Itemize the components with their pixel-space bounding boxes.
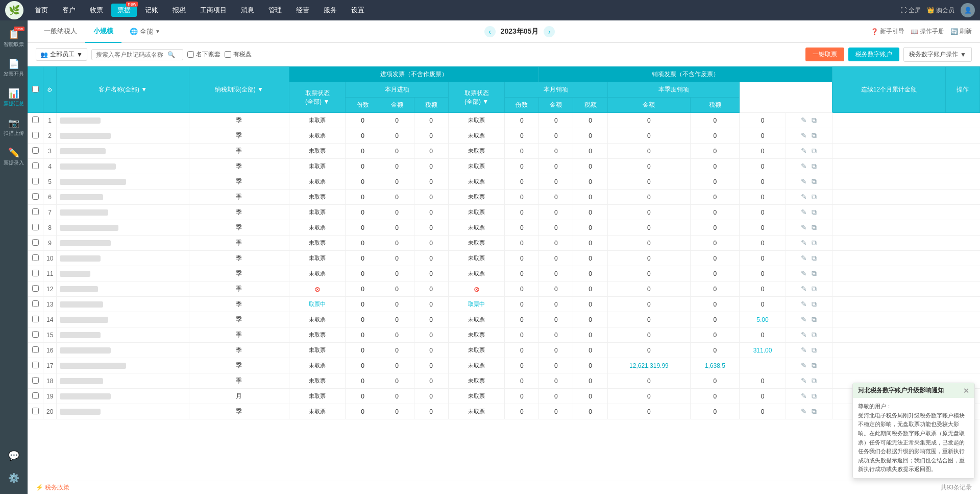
row-customer-name[interactable] [57,144,189,159]
sidebar-item-invoice-open[interactable]: 📄 发票开具 [1,54,27,82]
row-customer-name[interactable] [57,113,189,128]
row-customer-name[interactable] [57,343,189,358]
nav-receipt[interactable]: 收票 [84,4,109,17]
row-customer-name[interactable] [57,404,189,419]
row-customer-name[interactable] [57,220,189,236]
sidebar-item-invoice-summary[interactable]: 📊 票据汇总 [1,84,27,111]
row-customer-name[interactable] [57,281,189,297]
row-checkbox[interactable] [32,316,39,322]
row-checkbox[interactable] [32,408,39,414]
row-customer-name[interactable] [57,128,189,144]
row-customer-name[interactable] [57,190,189,205]
row-checkbox[interactable] [32,193,39,200]
tab-all[interactable]: 🌐 全能 ▼ [121,21,168,42]
checkbox-tax-disk[interactable]: 有税盘 [225,50,252,59]
row-customer-name[interactable] [57,266,189,281]
header-output-status[interactable]: 取票状态(全部) ▼ [448,82,505,113]
edit-icon[interactable]: ✎ [801,407,807,415]
header-tax-period[interactable]: 纳税期限(全部) ▼ [189,67,289,113]
nav-tax[interactable]: 报税 [166,4,192,17]
row-customer-name[interactable] [57,251,189,266]
row-checkbox[interactable] [32,178,39,184]
row-checkbox[interactable] [32,239,39,246]
employee-filter[interactable]: 👥 全部员工 ▼ [36,48,87,61]
popup-close-btn[interactable]: ✕ [963,387,969,395]
row-checkbox[interactable] [32,224,39,230]
copy-icon[interactable]: ⧉ [812,162,817,170]
copy-icon[interactable]: ⧉ [812,208,817,216]
nav-accounting[interactable]: 记账 [139,4,164,17]
row-checkbox[interactable] [32,285,39,292]
sidebar-item-message[interactable]: 💬 [1,446,27,466]
copy-icon[interactable]: ⧉ [812,346,817,354]
sidebar-item-smart-ticket[interactable]: 📋 智能取票 new [1,25,27,52]
row-checkbox[interactable] [32,254,39,261]
edit-icon[interactable]: ✎ [801,361,807,369]
nav-operations[interactable]: 经营 [290,4,315,17]
edit-icon[interactable]: ✎ [801,315,807,323]
copy-icon[interactable]: ⧉ [812,285,817,293]
row-checkbox[interactable] [32,116,39,123]
manual-btn[interactable]: 📖 操作手册 [911,27,944,36]
copy-icon[interactable]: ⧉ [812,315,817,323]
tab-small-scale[interactable]: 小规模 [85,20,121,43]
one-click-ticket-btn[interactable]: 一键取票 [805,48,844,61]
nav-business[interactable]: 工商项目 [194,4,233,17]
row-checkbox[interactable] [32,377,39,384]
edit-icon[interactable]: ✎ [801,392,807,400]
edit-icon[interactable]: ✎ [801,147,807,155]
row-customer-name[interactable] [57,236,189,251]
row-checkbox[interactable] [32,331,39,338]
sidebar-item-invoice-entry[interactable]: ✏️ 票据录入 [1,143,27,171]
edit-icon[interactable]: ✎ [801,331,807,339]
edit-icon[interactable]: ✎ [801,254,807,262]
row-customer-name[interactable] [57,389,189,404]
copy-icon[interactable]: ⧉ [812,147,817,155]
edit-icon[interactable]: ✎ [801,177,807,185]
nav-customers[interactable]: 客户 [56,4,82,17]
header-customer-name[interactable]: 客户名称(全部) ▼ [57,67,189,113]
nav-messages[interactable]: 消息 [235,4,260,17]
select-all-checkbox[interactable] [32,86,39,92]
copy-icon[interactable]: ⧉ [812,377,817,385]
search-icon[interactable]: 🔍 [167,51,175,58]
edit-icon[interactable]: ✎ [801,208,807,216]
period-next-btn[interactable]: › [544,26,555,37]
edit-icon[interactable]: ✎ [801,285,807,293]
tax-policy-link[interactable]: ⚡ 税务政策 [36,483,69,492]
row-checkbox[interactable] [32,270,39,276]
edit-icon[interactable]: ✎ [801,300,807,308]
copy-icon[interactable]: ⧉ [812,193,817,201]
member-btn[interactable]: 👑 购会员 [927,6,954,15]
row-checkbox[interactable] [32,162,39,169]
header-input-status[interactable]: 取票状态(全部) ▼ [289,82,346,113]
nav-settings[interactable]: 设置 [345,4,371,17]
digital-account-btn[interactable]: 税务数字账户 [848,48,899,61]
nav-service[interactable]: 服务 [317,4,343,17]
copy-icon[interactable]: ⧉ [812,331,817,339]
sidebar-item-setting[interactable]: ⚙️ [1,468,27,489]
period-prev-btn[interactable]: ‹ [484,26,496,37]
row-customer-name[interactable] [57,205,189,220]
edit-icon[interactable]: ✎ [801,131,807,139]
search-input[interactable] [96,51,167,58]
row-customer-name[interactable] [57,327,189,343]
row-checkbox[interactable] [32,300,39,307]
row-checkbox[interactable] [32,346,39,353]
new-guide-btn[interactable]: ❓ 新手引导 [871,27,904,36]
checkbox-sub-account[interactable]: 名下账套 [187,50,220,59]
refresh-btn[interactable]: 🔄 刷新 [950,27,972,36]
row-checkbox[interactable] [32,147,39,154]
row-checkbox[interactable] [32,362,39,368]
edit-icon[interactable]: ✎ [801,162,807,170]
copy-icon[interactable]: ⧉ [812,177,817,185]
digital-account-ops-btn[interactable]: 税务数字账户操作 ▼ [903,47,972,62]
row-customer-name[interactable] [57,312,189,327]
row-customer-name[interactable] [57,159,189,174]
row-customer-name[interactable] [57,373,189,389]
edit-icon[interactable]: ✎ [801,193,807,201]
edit-icon[interactable]: ✎ [801,377,807,385]
fullscreen-btn[interactable]: ⛶ 全屏 [900,6,920,15]
copy-icon[interactable]: ⧉ [812,300,817,308]
edit-icon[interactable]: ✎ [801,223,807,231]
